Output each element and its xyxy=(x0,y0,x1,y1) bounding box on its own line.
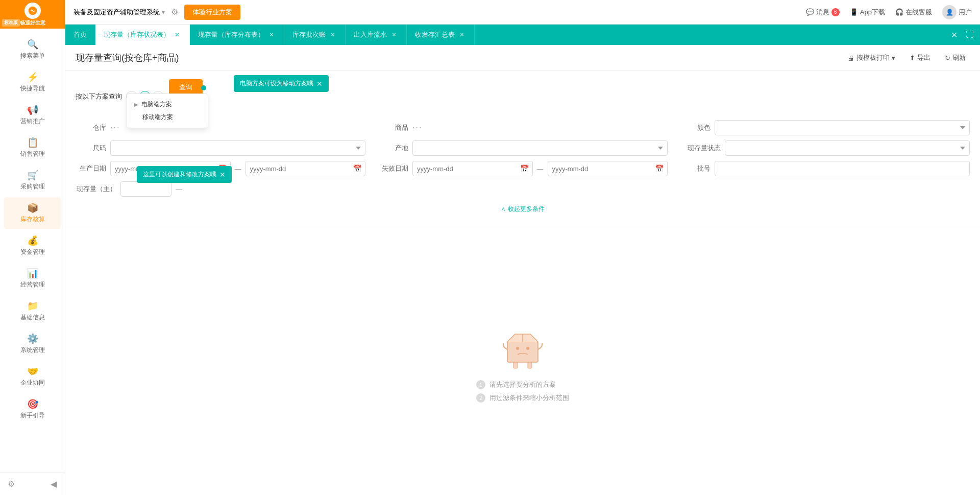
stock-main-label: 现存量（主） xyxy=(76,184,116,194)
sidebar-item-system[interactable]: ⚙️ 系统管理 xyxy=(4,328,61,360)
sidebar-item-operations[interactable]: 📊 经营管理 xyxy=(4,263,61,294)
collapse-sidebar-icon[interactable]: ◀ xyxy=(46,477,61,491)
tab-close-all-icon[interactable]: ✕ xyxy=(949,29,960,41)
tab-close-batch-ledger[interactable]: ✕ xyxy=(329,31,337,39)
sidebar-item-label: 库存核算 xyxy=(20,215,45,224)
stock-main-from-input[interactable] xyxy=(120,181,172,197)
online-service-action[interactable]: 🎧 在线客服 xyxy=(895,8,932,17)
tab-batch-ledger[interactable]: 库存批次账 ✕ xyxy=(284,25,346,45)
finance-icon: 💰 xyxy=(27,235,38,246)
chevron-down-icon: ▾ xyxy=(892,54,895,62)
industry-btn[interactable]: 体验行业方案 xyxy=(184,5,240,20)
sidebar-item-marketing[interactable]: 📢 营销推广 xyxy=(4,99,61,131)
batch-input[interactable] xyxy=(715,161,970,176)
app-download-action[interactable]: 📱 App下载 xyxy=(850,8,885,17)
enterprise-icon: 🤝 xyxy=(27,366,38,377)
sidebar-item-search[interactable]: 🔍 搜索菜单 xyxy=(4,34,61,65)
color-label: 颜色 xyxy=(680,123,710,132)
sidebar-item-enterprise[interactable]: 🤝 企业协同 xyxy=(4,361,61,392)
tooltip-create-close[interactable]: ✕ xyxy=(219,171,226,179)
calendar-icon-2[interactable]: 📅 xyxy=(353,164,361,173)
main-content: 装备及固定资产辅助管理系统 ▾ ⚙ 体验行业方案 💬 消息 6 📱 App下载 … xyxy=(65,0,980,495)
tab-inventory-dist[interactable]: 现存量（库存分布表） ✕ xyxy=(190,25,284,45)
expire-date-to: 📅 xyxy=(548,161,668,176)
stock-dash: — xyxy=(176,185,182,193)
goods-dots[interactable]: ··· xyxy=(412,123,422,132)
produce-date-to: 📅 xyxy=(246,161,366,176)
tab-expand-icon[interactable]: ⛶ xyxy=(964,29,976,40)
sidebar: 畅通好生意 标准版 🔍 搜索菜单 ⚡ 快捷导航 📢 营销推广 📋 销售管理 🛒 … xyxy=(0,0,65,495)
template-print-btn[interactable]: 🖨 按模板打印 ▾ xyxy=(844,51,899,64)
calendar-icon-4[interactable]: 📅 xyxy=(655,164,664,173)
app-logo-text: 畅通好生意 xyxy=(20,20,45,26)
connector-dot-1 xyxy=(201,85,206,90)
refresh-btn[interactable]: ↻ 刷新 xyxy=(941,51,970,64)
tab-receive-dispatch[interactable]: 收发存汇总表 ✕ xyxy=(407,25,475,45)
header-right: 💬 消息 6 📱 App下载 🎧 在线客服 👤 用户 xyxy=(806,5,972,19)
export-icon: ⬆ xyxy=(910,54,915,62)
system-icon: ⚙️ xyxy=(27,333,38,344)
page-actions: 🖨 按模板打印 ▾ ⬆ 导出 ↻ 刷新 xyxy=(844,51,970,64)
origin-select[interactable] xyxy=(412,140,668,156)
expire-date-from-input[interactable] xyxy=(412,161,533,176)
user-action[interactable]: 👤 用户 xyxy=(942,5,972,19)
tooltip-create-text: 这里可以创建和修改方案哦 xyxy=(143,170,216,179)
export-label: 导出 xyxy=(917,53,930,62)
export-btn[interactable]: ⬆ 导出 xyxy=(905,51,935,64)
sidebar-item-label: 经营管理 xyxy=(20,280,45,289)
settings-bottom-icon[interactable]: ⚙ xyxy=(4,477,18,491)
message-action[interactable]: 💬 消息 6 xyxy=(806,8,840,17)
produce-date-to-input[interactable] xyxy=(246,161,366,176)
tab-bar: 首页 现存量（库存状况表） ✕ 现存量（库存分布表） ✕ 库存批次账 ✕ 出入库… xyxy=(65,25,980,45)
color-select[interactable] xyxy=(715,120,970,135)
filter-row-size: 尺码 xyxy=(76,140,365,156)
tab-in-out-flow-label: 出入库流水 xyxy=(354,30,387,39)
origin-label: 产地 xyxy=(378,144,408,153)
tab-close-in-out-flow[interactable]: ✕ xyxy=(390,31,398,39)
sidebar-item-finance[interactable]: 💰 资金管理 xyxy=(4,230,61,262)
warehouse-dots[interactable]: ··· xyxy=(110,123,120,132)
user-label: 用户 xyxy=(959,8,972,17)
size-select[interactable] xyxy=(110,140,365,156)
warehouse-label: 仓库 xyxy=(76,123,106,132)
tab-close-inventory-status[interactable]: ✕ xyxy=(173,31,181,39)
svg-point-3 xyxy=(516,347,519,350)
message-badge: 6 xyxy=(831,8,840,16)
sidebar-item-basic-info[interactable]: 📁 基础信息 xyxy=(4,295,61,327)
tab-in-out-flow[interactable]: 出入库流水 ✕ xyxy=(346,25,407,45)
stock-status-label: 现存量状态 xyxy=(680,144,721,153)
filter-row-goods: 商品 ··· xyxy=(378,120,668,135)
message-icon: 💬 xyxy=(806,8,814,16)
sidebar-nav: 🔍 搜索菜单 ⚡ 快捷导航 📢 营销推广 📋 销售管理 🛒 采购管理 📦 库存核… xyxy=(0,29,65,472)
tab-close-inventory-dist[interactable]: ✕ xyxy=(267,31,276,39)
tab-inventory-status[interactable]: 现存量（库存状况表） ✕ xyxy=(95,25,190,45)
tooltip-scheme-close[interactable]: ✕ xyxy=(316,80,323,88)
scheme-tree-item-desktop[interactable]: ▶ 电脑端方案 xyxy=(131,98,204,111)
size-label: 尺码 xyxy=(76,144,106,153)
search-icon: 🔍 xyxy=(27,39,38,50)
sidebar-item-inventory[interactable]: 📦 库存核算 xyxy=(4,197,61,229)
sales-icon: 📋 xyxy=(27,137,38,148)
sidebar-item-sales[interactable]: 📋 销售管理 xyxy=(4,132,61,163)
system-name-selector[interactable]: 装备及固定资产辅助管理系统 ▾ xyxy=(74,8,165,17)
system-settings-icon[interactable]: ⚙ xyxy=(171,7,178,17)
sidebar-item-label: 销售管理 xyxy=(20,150,45,158)
tab-home-label: 首页 xyxy=(74,30,87,39)
sidebar-item-guide[interactable]: 🎯 新手引导 xyxy=(4,393,61,425)
sidebar-item-quick-nav[interactable]: ⚡ 快捷导航 xyxy=(4,66,61,98)
tooltip-scheme-text: 电脑方案可设为移动方案哦 xyxy=(240,79,313,88)
scheme-tree-item-mobile[interactable]: 移动端方案 xyxy=(131,111,204,124)
print-icon: 🖨 xyxy=(848,54,854,62)
tab-home[interactable]: 首页 xyxy=(65,25,95,45)
collapse-bar[interactable]: ∧ 收起更多条件 xyxy=(76,201,970,218)
sidebar-item-label: 基础信息 xyxy=(20,313,45,322)
sidebar-item-purchase[interactable]: 🛒 采购管理 xyxy=(4,164,61,196)
basic-info-icon: 📁 xyxy=(27,300,38,312)
calendar-icon-3[interactable]: 📅 xyxy=(520,164,529,173)
quick-nav-icon: ⚡ xyxy=(27,72,38,83)
tab-close-receive-dispatch[interactable]: ✕ xyxy=(458,31,466,39)
stock-status-select[interactable] xyxy=(725,140,970,156)
svg-rect-5 xyxy=(513,362,518,368)
filter-row-origin: 产地 xyxy=(378,140,668,156)
expire-date-to-input[interactable] xyxy=(548,161,668,176)
